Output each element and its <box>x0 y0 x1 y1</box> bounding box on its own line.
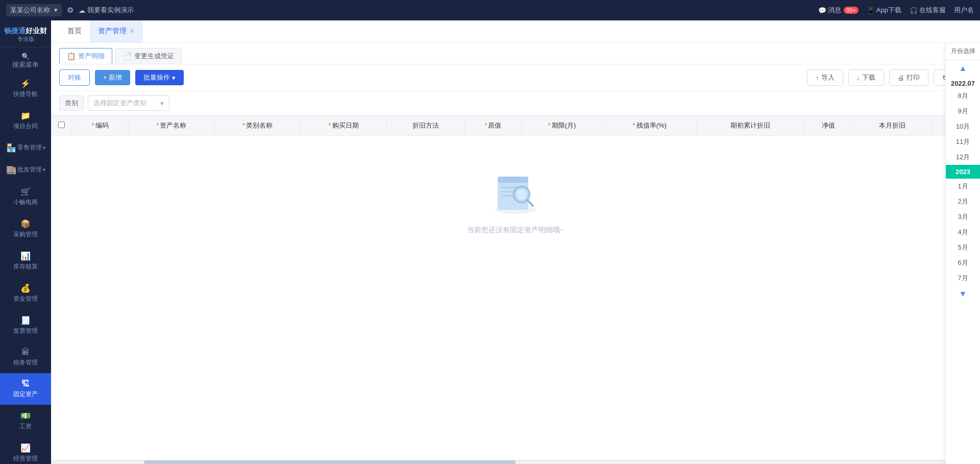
message-btn[interactable]: 💬 消息 99+ <box>818 6 859 15</box>
sidebar-item-invoice[interactable]: 🧾 发票管理 <box>0 309 51 341</box>
sidebar-item-purchase[interactable]: 📦 采购管理 <box>0 213 51 245</box>
current-year-badge: 2023 <box>946 165 980 179</box>
header-right: 💬 消息 99+ 📱 App下载 🎧 在线客服 用户名 <box>818 6 974 15</box>
month-item-8[interactable]: 8月 <box>946 88 980 104</box>
month-nav-down[interactable]: ▼ <box>946 286 980 302</box>
chevron-down-icon: ▾ <box>54 6 58 14</box>
sidebar-item-operations[interactable]: 📈 经营管理 <box>0 437 51 464</box>
tab-home[interactable]: 首页 <box>59 20 90 43</box>
import-icon: ↑ <box>816 74 819 82</box>
col-net-value: 净值 <box>804 116 853 136</box>
month-item-7[interactable]: 7月 <box>946 271 980 286</box>
horizontal-scrollbar[interactable] <box>51 460 980 464</box>
month-item-2[interactable]: 2月 <box>946 194 980 209</box>
chevron-down-icon: ▾ <box>43 167 45 173</box>
month-item-1[interactable]: 1月 <box>946 179 980 194</box>
headset-icon: 🎧 <box>910 7 918 14</box>
sidebar-item-ecommerce[interactable]: 🛒 小畅电商 <box>0 181 51 213</box>
message-badge: 99+ <box>844 7 859 14</box>
col-original-value: *原值 <box>464 116 521 136</box>
phone-icon: 📱 <box>867 7 875 14</box>
month-item-6[interactable]: 6月 <box>946 255 980 271</box>
assets-table: *编码 *资产名称 *类别名称 *购买日期 折旧方法 *原值 *期限(月) *残… <box>51 115 980 265</box>
scrollbar-thumb[interactable] <box>144 460 516 464</box>
sidebar-item-quick-nav[interactable]: ⚡ 快捷导航 <box>0 72 51 105</box>
col-monthly-depreciation: 本月折旧 <box>853 116 931 136</box>
page-content: 📋 资产明细 📄 变更生成凭证 对账 + 新增 批量操作 ▾ ↑ <box>51 43 980 464</box>
sidebar-item-assets[interactable]: 🏗 固定资产 <box>0 373 51 405</box>
tab-bar: 首页 资产管理 ✕ <box>51 20 980 43</box>
empty-message: 当前您还没有固定资产明细哦~ <box>467 226 564 235</box>
selected-year-display: 2022.07 <box>949 77 977 88</box>
month-item-9[interactable]: 9月 <box>946 104 980 119</box>
company-name-text: 某某公司名称 <box>10 6 50 14</box>
month-panel: 月份选择 ▲ 2022.07 8月 9月 10月 11月 12月 2023 1月… <box>945 43 980 464</box>
add-button[interactable]: + 新增 <box>95 70 130 85</box>
col-accumulated-depreciation: 期初累计折旧 <box>697 116 804 136</box>
settings-icon[interactable]: ⚙ <box>67 6 74 15</box>
online-service-btn[interactable]: 🎧 在线客服 <box>910 6 946 15</box>
empty-state-row: 当前您还没有固定资产明细哦~ <box>52 136 980 266</box>
sidebar-item-tax[interactable]: 🏛 税务管理 <box>0 341 51 373</box>
download-button[interactable]: ↓ 下载 <box>848 69 885 86</box>
sidebar-item-project[interactable]: 📁 项目合同 <box>0 105 51 137</box>
month-item-10[interactable]: 10月 <box>946 119 980 134</box>
month-nav-up[interactable]: ▲ <box>946 60 980 77</box>
month-item-3[interactable]: 3月 <box>946 209 980 225</box>
sub-tab-bar: 📋 资产明细 📄 变更生成凭证 <box>51 43 980 64</box>
app-logo: 畅捷通好业财 专业版 <box>0 20 51 47</box>
document-icon: 📄 <box>123 52 132 60</box>
month-item-11[interactable]: 11月 <box>946 134 980 150</box>
match-button[interactable]: 对账 <box>59 69 90 86</box>
col-residual-rate: *残值率(%) <box>602 116 697 136</box>
batch-ops-button[interactable]: 批量操作 ▾ <box>135 70 184 85</box>
table-container: *编码 *资产名称 *类别名称 *购买日期 折旧方法 *原值 *期限(月) *残… <box>51 115 980 460</box>
sidebar-item-wholesale[interactable]: 🏬 批发管理 ▾ <box>0 159 51 181</box>
sidebar-item-inventory[interactable]: 📊 库存核算 <box>0 245 51 277</box>
col-name: *资产名称 <box>129 116 215 136</box>
svg-point-7 <box>516 189 527 200</box>
sub-tab-detail[interactable]: 📋 资产明细 <box>59 48 112 64</box>
sidebar-search[interactable]: 🔍 搜索菜单 <box>0 47 51 72</box>
empty-state: 当前您还没有固定资产明细哦~ <box>52 136 980 265</box>
chevron-down-icon: ▾ <box>172 74 176 82</box>
tab-assets[interactable]: 资产管理 ✕ <box>90 20 143 43</box>
month-item-4[interactable]: 4月 <box>946 225 980 240</box>
category-label: 类别 <box>59 95 84 111</box>
col-purchase-date: *购买日期 <box>301 116 387 136</box>
sub-tab-voucher[interactable]: 📄 变更生成凭证 <box>115 48 182 64</box>
sidebar-item-finance[interactable]: 💰 资金管理 <box>0 277 51 309</box>
grid-icon: ⚡ <box>20 79 31 88</box>
dropdown-arrow-icon: ▾ <box>160 100 164 107</box>
select-all-checkbox[interactable] <box>58 121 65 128</box>
assets-icon: 🏗 <box>21 379 30 388</box>
chevron-down-icon: ▾ <box>43 145 45 151</box>
empty-illustration <box>485 166 546 217</box>
purchase-icon: 📦 <box>20 219 31 229</box>
ecommerce-icon: 🛒 <box>20 187 31 197</box>
sidebar-item-retail[interactable]: 🏪 零售管理 ▾ <box>0 137 51 159</box>
cloud-icon: ☁ <box>79 7 85 14</box>
month-up-button[interactable]: ▲ <box>957 62 969 75</box>
svg-rect-2 <box>498 177 528 183</box>
table-header-row: *编码 *资产名称 *类别名称 *购买日期 折旧方法 *原值 *期限(月) *残… <box>52 116 980 136</box>
example-link[interactable]: ☁ 我要看实例演示 <box>79 6 134 15</box>
print-button[interactable]: 🖨 打印 <box>889 69 928 86</box>
tab-close-icon[interactable]: ✕ <box>130 28 135 35</box>
download-icon: ↓ <box>857 74 861 82</box>
import-button[interactable]: ↑ 导入 <box>807 69 843 86</box>
month-item-12[interactable]: 12月 <box>946 150 980 165</box>
app-download-btn[interactable]: 📱 App下载 <box>867 6 901 15</box>
sidebar: 畅捷通好业财 专业版 🔍 搜索菜单 ⚡ 快捷导航 📁 项目合同 🏪 零售管理 ▾… <box>0 20 51 464</box>
checkbox-header[interactable] <box>52 116 72 136</box>
operations-icon: 📈 <box>20 443 31 453</box>
sidebar-item-salary[interactable]: 💵 工资 <box>0 405 51 437</box>
company-selector[interactable]: 某某公司名称 ▾ <box>6 4 62 16</box>
category-select[interactable]: 选择固定资产类别 ▾ <box>88 95 169 111</box>
filter-area: 类别 选择固定资产类别 ▾ <box>51 91 980 115</box>
month-item-5[interactable]: 5月 <box>946 240 980 255</box>
month-panel-title: 月份选择 <box>946 43 980 60</box>
invoice-icon: 🧾 <box>20 315 31 325</box>
user-avatar[interactable]: 用户名 <box>954 6 974 15</box>
month-down-button[interactable]: ▼ <box>957 288 969 300</box>
